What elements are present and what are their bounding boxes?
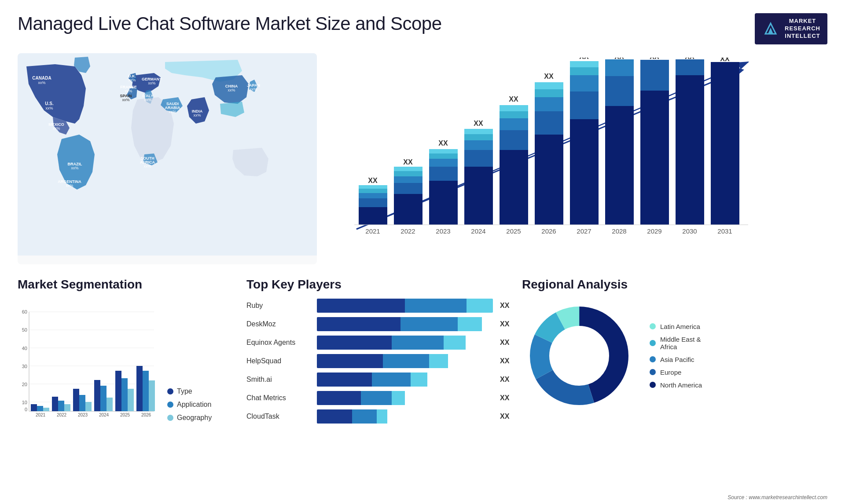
svg-rect-75 <box>535 111 563 135</box>
svg-text:XX: XX <box>509 95 518 103</box>
svg-point-149 <box>551 327 608 384</box>
legend-latin-america: Latin America <box>650 323 702 330</box>
logo-text: MARKET RESEARCH INTELLECT <box>785 18 820 40</box>
page-title: Managed Live Chat Software Market Size a… <box>18 13 442 34</box>
svg-text:2022: 2022 <box>400 227 415 235</box>
svg-rect-50 <box>394 167 422 171</box>
svg-text:2028: 2028 <box>612 227 626 235</box>
donut-container: Latin America Middle East &Africa Asia P… <box>522 299 827 413</box>
europe-dot <box>650 369 656 375</box>
svg-text:XX: XX <box>579 58 589 60</box>
svg-rect-97 <box>676 75 704 225</box>
svg-rect-60 <box>464 167 493 225</box>
player-bar <box>317 336 493 350</box>
svg-rect-76 <box>535 97 563 111</box>
svg-rect-88 <box>605 106 634 225</box>
svg-rect-39 <box>359 207 387 225</box>
player-name: Chat Metrics <box>246 394 312 402</box>
svg-text:XX: XX <box>614 58 624 60</box>
svg-text:xx%: xx% <box>52 126 60 131</box>
svg-text:2025: 2025 <box>120 413 130 417</box>
svg-rect-121 <box>37 406 43 411</box>
players-section: Top Key Players Ruby XX DeskMoz <box>246 273 513 491</box>
logo-icon <box>762 20 779 37</box>
legend-item-type: Type <box>167 387 212 395</box>
svg-rect-55 <box>429 159 458 167</box>
player-value: XX <box>500 413 513 420</box>
svg-marker-1 <box>768 28 773 34</box>
svg-text:2024: 2024 <box>471 227 485 235</box>
svg-rect-43 <box>359 185 387 189</box>
legend-middle-east-africa: Middle East &Africa <box>650 336 702 351</box>
player-name: Ruby <box>246 302 312 310</box>
logo: MARKET RESEARCH INTELLECT <box>755 13 827 44</box>
regional-title: Regional Analysis <box>522 278 827 292</box>
svg-rect-120 <box>31 404 37 411</box>
svg-text:XX: XX <box>474 120 483 127</box>
player-value: XX <box>500 320 513 328</box>
svg-text:XX: XX <box>544 73 554 80</box>
svg-text:xx%: xx% <box>128 78 136 82</box>
latin-america-dot <box>650 323 656 329</box>
svg-rect-93 <box>640 91 669 225</box>
player-row-chatmetrics: Chat Metrics XX <box>246 391 513 405</box>
svg-rect-41 <box>359 193 387 198</box>
svg-text:60: 60 <box>22 309 27 314</box>
player-bar <box>317 409 493 424</box>
player-bar <box>317 317 493 331</box>
svg-text:xx%: xx% <box>193 113 201 117</box>
svg-rect-61 <box>464 150 493 167</box>
bar-chart-section: XX 2021 XX 2022 XX 2023 <box>326 53 827 264</box>
svg-rect-82 <box>570 91 599 119</box>
svg-text:50: 50 <box>22 327 27 332</box>
svg-text:U.S.: U.S. <box>45 101 54 106</box>
svg-rect-57 <box>429 149 458 153</box>
world-map-section: CANADA xx% U.S. xx% MEXICO xx% BRAZIL xx… <box>18 53 317 264</box>
player-row-cloudtask: CloudTask XX <box>246 409 513 424</box>
legend-item-geography: Geography <box>167 414 212 422</box>
svg-text:2029: 2029 <box>647 227 661 235</box>
svg-rect-70 <box>500 111 528 118</box>
svg-rect-101 <box>711 62 739 225</box>
svg-text:2027: 2027 <box>577 227 591 235</box>
svg-text:XX: XX <box>403 158 413 166</box>
svg-rect-142 <box>149 380 155 411</box>
segmentation-chart-svg: 60 50 40 30 20 10 0 <box>18 307 158 422</box>
svg-text:xx%: xx% <box>144 98 151 102</box>
svg-text:XX: XX <box>650 58 659 60</box>
player-name: CloudTask <box>246 413 312 420</box>
svg-rect-48 <box>394 176 422 183</box>
player-bar <box>317 354 493 368</box>
svg-text:xx%: xx% <box>45 106 53 110</box>
player-row-smithai: Smith.ai XX <box>246 373 513 387</box>
svg-rect-83 <box>570 75 599 91</box>
svg-rect-129 <box>79 395 85 411</box>
svg-rect-130 <box>85 402 92 411</box>
svg-text:2024: 2024 <box>99 413 109 417</box>
svg-rect-68 <box>500 130 528 150</box>
players-list: Ruby XX DeskMoz XX <box>246 299 513 424</box>
player-bar <box>317 391 493 405</box>
legend-europe: Europe <box>650 369 702 376</box>
svg-rect-47 <box>394 183 422 194</box>
player-name: Smith.ai <box>246 376 312 383</box>
player-row-deskmoz: DeskMoz XX <box>246 317 513 331</box>
svg-rect-49 <box>394 171 422 176</box>
north-america-dot <box>650 382 656 388</box>
svg-rect-136 <box>115 371 121 411</box>
svg-rect-53 <box>429 181 458 225</box>
legend-north-america: North America <box>650 381 702 389</box>
svg-rect-132 <box>94 380 100 411</box>
player-row-helpsquad: HelpSquad XX <box>246 354 513 368</box>
asia-pacific-dot <box>650 356 656 362</box>
svg-rect-42 <box>359 189 387 193</box>
middle-east-africa-dot <box>650 340 656 346</box>
svg-rect-124 <box>52 397 58 411</box>
svg-rect-89 <box>605 76 634 106</box>
svg-text:CANADA: CANADA <box>32 76 51 80</box>
svg-text:2030: 2030 <box>682 227 697 235</box>
player-value: XX <box>500 394 513 402</box>
svg-text:XX: XX <box>438 139 448 147</box>
player-value: XX <box>500 357 513 365</box>
player-bar <box>317 299 493 313</box>
